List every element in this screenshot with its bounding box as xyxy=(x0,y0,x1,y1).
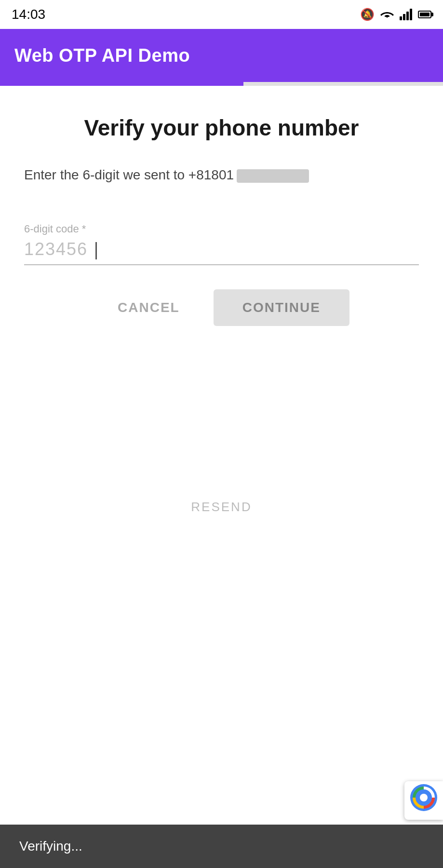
status-bar: 14:03 🔕 xyxy=(0,0,443,29)
phone-redacted xyxy=(237,169,309,183)
action-buttons: CANCEL CONTINUE xyxy=(24,289,419,326)
description-prefix: Enter the 6-digit we sent to +81801 xyxy=(24,167,234,182)
otp-input-section[interactable]: 6-digit code * 123456 xyxy=(24,223,419,265)
description-text: Enter the 6-digit we sent to +81801 xyxy=(24,165,419,184)
progress-bar xyxy=(0,82,443,86)
otp-placeholder: 123456 xyxy=(24,239,88,259)
otp-input-value: 123456 xyxy=(24,239,419,259)
input-cursor xyxy=(95,242,97,259)
page-title: Verify your phone number xyxy=(84,115,359,141)
toast-message: Verifying... xyxy=(19,839,82,854)
app-bar: Web OTP API Demo xyxy=(0,29,443,82)
recaptcha-badge xyxy=(404,781,443,820)
signal-icon xyxy=(400,9,412,20)
resend-container: RESEND xyxy=(24,500,419,515)
svg-point-1 xyxy=(420,794,428,801)
progress-bar-fill xyxy=(0,82,243,86)
app-bar-title: Web OTP API Demo xyxy=(14,45,190,66)
main-content: Verify your phone number Enter the 6-dig… xyxy=(0,86,443,534)
status-icons: 🔕 xyxy=(360,8,431,21)
status-time: 14:03 xyxy=(12,7,45,22)
notification-off-icon: 🔕 xyxy=(360,8,375,21)
toast-bar: Verifying... xyxy=(0,825,443,868)
continue-button[interactable]: CONTINUE xyxy=(214,289,349,326)
otp-input-label: 6-digit code * xyxy=(24,223,419,235)
wifi-icon xyxy=(380,9,394,20)
recaptcha-icon xyxy=(409,783,438,818)
resend-button[interactable]: RESEND xyxy=(191,500,252,515)
cancel-button[interactable]: CANCEL xyxy=(94,289,204,326)
battery-icon xyxy=(418,11,431,18)
